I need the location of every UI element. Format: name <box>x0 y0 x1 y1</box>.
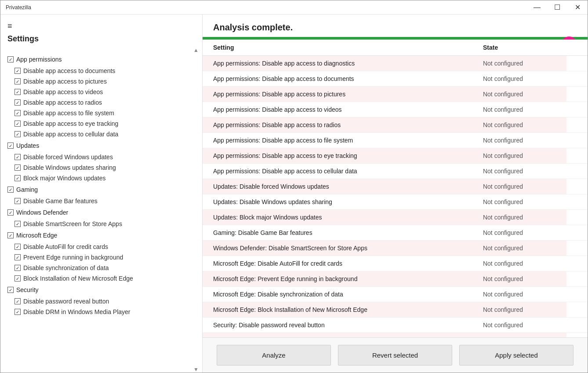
sidebar-item[interactable]: Disable app access to documents <box>7 66 199 76</box>
table-row[interactable]: Microsoft Edge: Block Installation of Ne… <box>203 302 588 318</box>
table-row[interactable]: App permissions: Disable app access to d… <box>203 56 588 71</box>
item-checkbox[interactable] <box>15 298 21 304</box>
item-checkbox[interactable] <box>15 68 21 74</box>
group-checkbox[interactable] <box>7 56 14 62</box>
table-row[interactable]: App permissions: Disable app access to r… <box>203 117 588 133</box>
table-row[interactable]: Security: Disable password reveal button… <box>203 318 588 333</box>
sidebar-group-label[interactable]: App permissions <box>7 53 199 66</box>
group-checkbox[interactable] <box>7 209 14 216</box>
sidebar-item[interactable]: Disable Windows updates sharing <box>7 162 199 173</box>
sidebar-item[interactable]: Disable app access to file system <box>7 108 199 118</box>
item-checkbox[interactable] <box>15 99 21 106</box>
item-checkbox[interactable] <box>15 198 21 204</box>
item-label-text: Disable Game Bar features <box>23 197 98 205</box>
cell-setting: Security: Disable DRM in Windows Media P… <box>203 333 472 338</box>
sidebar-group-label[interactable]: Updates <box>7 139 199 152</box>
item-checkbox[interactable] <box>15 309 21 315</box>
item-checkbox[interactable] <box>15 244 21 250</box>
table-row[interactable]: Microsoft Edge: Prevent Edge running in … <box>203 271 588 287</box>
table-row[interactable]: Windows Defender: Disable SmartScreen fo… <box>203 241 588 256</box>
group-checkbox[interactable] <box>7 186 14 193</box>
cell-setting: Microsoft Edge: Disable AutoFill for cre… <box>203 256 472 271</box>
results-table-container[interactable]: Setting State App permissions: Disable a… <box>203 40 588 337</box>
revert-selected-button[interactable]: Revert selected <box>338 345 452 366</box>
sidebar-group-label[interactable]: Microsoft Edge <box>7 229 199 241</box>
cell-setting: Security: Disable password reveal button <box>203 318 472 333</box>
analyze-button[interactable]: Analyze <box>217 345 331 366</box>
sidebar-group-label[interactable]: Security <box>7 284 199 296</box>
item-checkbox[interactable] <box>15 110 21 116</box>
cell-state: Not configured <box>472 256 566 271</box>
cell-setting: App permissions: Disable app access to e… <box>203 148 472 164</box>
cell-state: Not configured <box>472 133 566 148</box>
sidebar-item[interactable]: Disable AutoFill for credit cards <box>7 241 199 252</box>
table-row[interactable]: App permissions: Disable app access to d… <box>203 71 588 87</box>
item-checkbox[interactable] <box>15 275 21 282</box>
sidebar-item[interactable]: Disable SmartScreen for Store Apps <box>7 219 199 229</box>
table-row[interactable]: App permissions: Disable app access to c… <box>203 164 588 179</box>
table-row[interactable]: Microsoft Edge: Disable synchronization … <box>203 287 588 302</box>
table-row[interactable]: Gaming: Disable Game Bar featuresNot con… <box>203 225 588 241</box>
group-label-text: Windows Defender <box>16 209 68 216</box>
table-row[interactable]: App permissions: Disable app access to f… <box>203 133 588 148</box>
item-checkbox[interactable] <box>15 89 21 95</box>
sidebar-item[interactable]: Block major Windows updates <box>7 173 199 183</box>
sidebar-item[interactable]: Disable app access to videos <box>7 87 199 97</box>
hamburger-icon[interactable]: ≡ <box>7 22 12 31</box>
cell-state: Not configured <box>472 71 566 87</box>
item-checkbox[interactable] <box>15 165 21 171</box>
group-checkbox[interactable] <box>7 143 14 149</box>
sidebar-item[interactable]: Disable app access to radios <box>7 97 199 108</box>
item-checkbox[interactable] <box>15 175 21 181</box>
sidebar-group-label[interactable]: Windows Defender <box>7 206 199 219</box>
table-row[interactable]: Updates: Block major Windows updatesNot … <box>203 210 588 225</box>
item-checkbox[interactable] <box>15 265 21 271</box>
group-checkbox[interactable] <box>7 287 14 293</box>
item-checkbox[interactable] <box>15 131 21 137</box>
item-checkbox[interactable] <box>15 78 21 84</box>
sidebar-group-label[interactable]: Gaming <box>7 183 199 196</box>
sidebar-item[interactable]: Disable app access to eye tracking <box>7 118 199 129</box>
item-checkbox[interactable] <box>15 254 21 260</box>
sidebar-item[interactable]: Disable DRM in Windows Media Player <box>7 307 199 317</box>
table-row[interactable]: App permissions: Disable app access to e… <box>203 148 588 164</box>
sidebar-item[interactable]: Block Installation of New Microsoft Edge <box>7 273 199 284</box>
apply-selected-button[interactable]: Apply selected <box>459 345 573 366</box>
group-checkbox[interactable] <box>7 232 14 238</box>
sidebar-item[interactable]: Disable forced Windows updates <box>7 152 199 162</box>
sidebar-group: SecurityDisable password reveal buttonDi… <box>7 284 199 317</box>
close-button[interactable]: ✕ <box>567 0 588 15</box>
cell-state: Not configured <box>472 56 566 71</box>
cell-setting: App permissions: Disable app access to r… <box>203 117 472 133</box>
table-row[interactable]: App permissions: Disable app access to p… <box>203 87 588 102</box>
cell-state: Not configured <box>472 87 566 102</box>
cell-setting: App permissions: Disable app access to d… <box>203 71 472 87</box>
cell-setting: App permissions: Disable app access to p… <box>203 87 472 102</box>
item-checkbox[interactable] <box>15 221 21 227</box>
table-row[interactable]: App permissions: Disable app access to v… <box>203 102 588 117</box>
right-panel: Analysis complete. Setting State <box>203 15 588 373</box>
item-label-text: Block Installation of New Microsoft Edge <box>23 275 133 282</box>
item-checkbox[interactable] <box>15 121 21 127</box>
item-label-text: Disable app access to pictures <box>23 78 107 85</box>
sidebar-item[interactable]: Disable password reveal button <box>7 296 199 307</box>
group-label-text: Security <box>16 286 39 293</box>
sidebar-item[interactable]: Prevent Edge running in background <box>7 252 199 263</box>
item-label-text: Disable app access to documents <box>23 67 115 74</box>
maximize-button[interactable]: ☐ <box>547 0 567 15</box>
item-label-text: Disable app access to videos <box>23 88 103 95</box>
cell-state: Not configured <box>472 271 566 287</box>
item-checkbox[interactable] <box>15 154 21 160</box>
sidebar-group: Windows DefenderDisable SmartScreen for … <box>7 206 199 229</box>
table-row[interactable]: Updates: Disable forced Windows updatesN… <box>203 179 588 194</box>
minimize-button[interactable]: — <box>527 0 547 15</box>
sidebar-item[interactable]: Disable app access to cellular data <box>7 129 199 139</box>
sidebar-item[interactable]: Disable Game Bar features <box>7 196 199 206</box>
title-bar: Privatezilla — ☐ ✕ <box>0 0 588 15</box>
table-row[interactable]: Microsoft Edge: Disable AutoFill for cre… <box>203 256 588 271</box>
sidebar-item[interactable]: Disable app access to pictures <box>7 76 199 87</box>
sidebar-item[interactable]: Disable synchronization of data <box>7 263 199 273</box>
table-row[interactable]: Security: Disable DRM in Windows Media P… <box>203 333 588 338</box>
table-row[interactable]: Updates: Disable Windows updates sharing… <box>203 194 588 210</box>
cell-setting: Gaming: Disable Game Bar features <box>203 225 472 241</box>
